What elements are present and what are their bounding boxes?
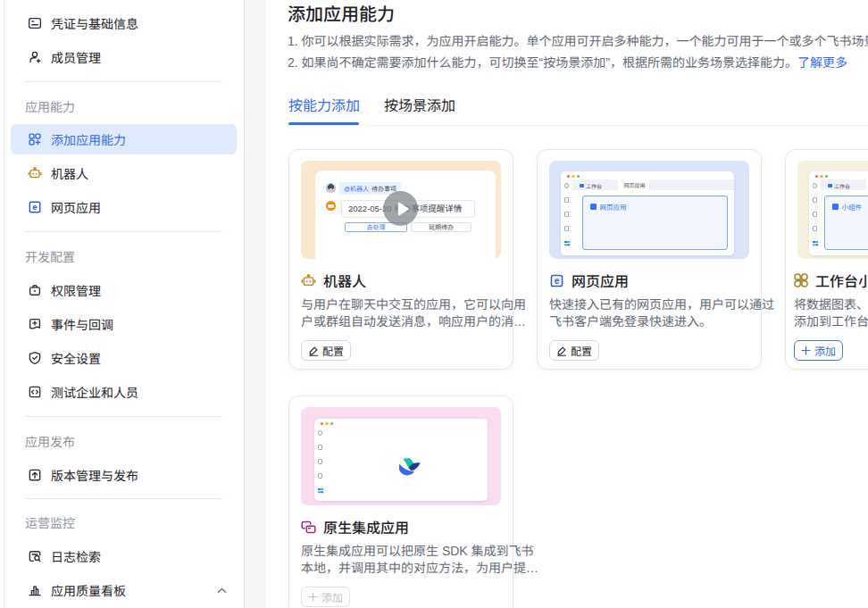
svg-text:e: e — [32, 202, 37, 212]
svg-text:e: e — [555, 275, 560, 285]
